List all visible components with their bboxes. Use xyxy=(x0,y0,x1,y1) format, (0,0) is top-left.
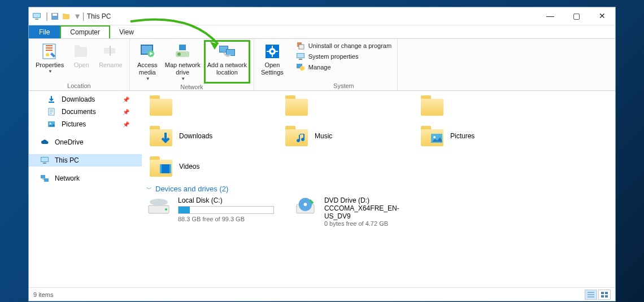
nav-downloads[interactable]: Downloads 📌 xyxy=(29,93,142,106)
explorer-window: | ▾ | This PC — ▢ ✕ File Computer View ➤… xyxy=(28,7,616,301)
folder-partial[interactable] xyxy=(146,93,282,118)
map-network-drive-button[interactable]: Map network drive ▼ xyxy=(162,40,204,84)
svg-point-8 xyxy=(46,53,49,56)
tab-computer[interactable]: Computer xyxy=(60,25,110,38)
add-network-icon xyxy=(218,42,236,60)
svg-rect-19 xyxy=(179,45,186,50)
folder-icon xyxy=(284,125,309,147)
manage-button[interactable]: Manage xyxy=(296,63,391,72)
document-icon xyxy=(47,107,56,116)
open-icon xyxy=(72,42,90,60)
group-spacer xyxy=(271,82,273,90)
svg-rect-60 xyxy=(601,295,604,297)
drive-free-label: 0 bytes free of 4.72 GB xyxy=(324,220,423,227)
drive-name: DVD Drive (D:) xyxy=(324,196,423,204)
map-drive-icon xyxy=(173,42,192,60)
folder-icon xyxy=(420,125,445,147)
nav-network[interactable]: Network xyxy=(29,172,142,185)
nav-pictures[interactable]: Pictures 📌 xyxy=(29,118,142,130)
uninstall-icon xyxy=(296,41,305,50)
svg-rect-28 xyxy=(272,55,273,57)
map-drive-label: Map network drive xyxy=(165,62,201,76)
content-pane: Downloads Music Pictures xyxy=(142,91,615,287)
view-large-button[interactable] xyxy=(598,290,611,300)
titlebar-sep: | xyxy=(46,11,48,21)
add-network-location-button[interactable]: Add a network location xyxy=(204,40,250,84)
title-bar: | ▾ | This PC — ▢ ✕ xyxy=(29,7,615,25)
ribbon-tabs: File Computer View ➤ ? xyxy=(29,25,615,39)
svg-rect-10 xyxy=(75,45,80,48)
folder-videos[interactable]: Videos xyxy=(146,154,282,179)
maximize-button[interactable]: ▢ xyxy=(563,7,589,24)
music-note-icon xyxy=(294,132,308,145)
picture-decor-icon xyxy=(430,132,443,145)
chevron-down-icon: ﹀ xyxy=(146,185,152,193)
svg-rect-51 xyxy=(169,164,171,173)
folder-icon xyxy=(149,94,173,117)
folder-pictures[interactable]: Pictures xyxy=(417,124,553,148)
folder-label: Downloads xyxy=(179,132,212,140)
drive-local-c[interactable]: Local Disk (C:) 88.3 GB free of 99.3 GB xyxy=(146,196,276,227)
svg-rect-34 xyxy=(297,54,304,58)
open-settings-button[interactable]: Open Settings xyxy=(258,40,287,82)
nav-documents[interactable]: Documents 📌 xyxy=(29,106,142,118)
svg-rect-9 xyxy=(75,47,87,57)
network-icon xyxy=(40,174,49,183)
drive-name: Local Disk (C:) xyxy=(178,196,274,204)
system-properties-button[interactable]: System properties xyxy=(296,52,391,61)
drive-dvd-d[interactable]: DVD Drive (D:) CCCOMA_X64FRE_EN-US_DV9 0… xyxy=(293,196,423,227)
uninstall-button[interactable]: Uninstall or change a program xyxy=(296,41,391,50)
folder-downloads[interactable]: Downloads xyxy=(146,124,282,148)
nav-downloads-label: Downloads xyxy=(62,95,95,103)
svg-rect-29 xyxy=(267,51,269,52)
folder-partial[interactable] xyxy=(417,93,553,118)
group-label-network: Network xyxy=(180,84,203,91)
svg-rect-44 xyxy=(43,163,46,164)
group-label-system: System xyxy=(333,82,354,90)
view-details-button[interactable] xyxy=(585,290,597,300)
open-settings-label: Open Settings xyxy=(261,62,284,76)
access-media-button[interactable]: Access media ▼ xyxy=(133,40,162,84)
folder-icon xyxy=(284,94,309,117)
svg-point-48 xyxy=(433,136,436,138)
folder-label: Pictures xyxy=(450,132,475,140)
thispc-icon xyxy=(40,156,49,165)
ribbon-open-settings: Open Settings xyxy=(254,39,290,90)
media-icon xyxy=(138,42,156,60)
folder-icon xyxy=(149,155,173,178)
chevron-down-icon: ▼ xyxy=(48,69,53,74)
thispc-icon xyxy=(32,12,41,21)
minimize-button[interactable]: — xyxy=(537,7,563,24)
large-view-icon xyxy=(601,292,608,297)
svg-rect-12 xyxy=(110,46,111,56)
svg-rect-32 xyxy=(299,45,304,49)
cloud-icon xyxy=(40,138,49,147)
properties-button[interactable]: Properties ▼ xyxy=(32,40,67,82)
drive-free-label: 88.3 GB free of 99.3 GB xyxy=(178,216,274,222)
folder-music[interactable]: Music xyxy=(282,124,417,148)
svg-point-53 xyxy=(150,199,168,205)
pin-icon: 📌 xyxy=(123,109,129,115)
manage-icon xyxy=(296,63,305,72)
save-quick-icon[interactable] xyxy=(50,12,59,21)
svg-rect-1 xyxy=(33,14,40,17)
nav-onedrive[interactable]: OneDrive xyxy=(29,136,142,148)
tab-view[interactable]: View xyxy=(110,25,143,38)
folder-quick-icon[interactable] xyxy=(62,12,71,21)
svg-rect-61 xyxy=(605,295,608,297)
drives-section-header[interactable]: ﹀ Devices and drives (2) xyxy=(146,185,611,193)
access-media-label: Access media xyxy=(137,62,157,76)
svg-point-18 xyxy=(177,52,181,56)
svg-rect-43 xyxy=(41,157,48,161)
ribbon-group-system: Uninstall or change a program System pro… xyxy=(290,39,398,90)
svg-rect-35 xyxy=(299,59,302,60)
chevron-down-icon: ▼ xyxy=(146,76,150,81)
drives-header-label: Devices and drives (2) xyxy=(155,185,228,193)
close-button[interactable]: ✕ xyxy=(589,7,615,24)
folder-partial[interactable] xyxy=(282,93,417,118)
tab-file[interactable]: File xyxy=(29,25,60,38)
nav-thispc[interactable]: This PC xyxy=(29,154,142,167)
svg-rect-38 xyxy=(49,102,54,103)
svg-rect-4 xyxy=(53,14,57,16)
svg-point-57 xyxy=(304,203,307,206)
